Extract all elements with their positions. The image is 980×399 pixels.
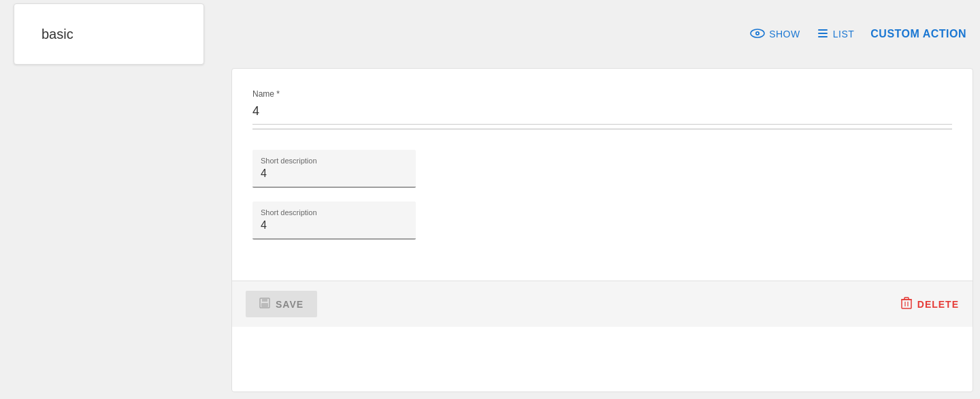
name-field-label: Name * xyxy=(252,89,952,99)
svg-rect-8 xyxy=(261,303,268,307)
list-icon xyxy=(817,29,829,40)
svg-rect-7 xyxy=(262,298,267,302)
trash-icon xyxy=(901,297,912,312)
custom-action-label: CUSTOM ACTION xyxy=(870,28,966,39)
short-desc-label-2: Short description xyxy=(261,208,408,217)
delete-label: DELETE xyxy=(917,299,959,310)
short-desc-value-1[interactable]: 4 xyxy=(261,167,408,180)
basic-label: basic xyxy=(42,27,74,42)
delete-button[interactable]: DELETE xyxy=(901,297,959,312)
basic-card: basic xyxy=(14,3,204,65)
save-label: SAVE xyxy=(276,299,304,310)
svg-point-2 xyxy=(757,32,758,33)
form-section: Name * 4 Short description 4 Short descr… xyxy=(252,82,952,267)
list-label: LIST xyxy=(833,29,855,39)
svg-rect-5 xyxy=(818,36,828,37)
name-field-wrapper: Name * 4 xyxy=(252,89,952,129)
top-bar: basic SHOW LIST CUSTO xyxy=(0,0,980,68)
svg-rect-4 xyxy=(818,33,828,34)
short-desc-label-1: Short description xyxy=(261,157,408,165)
custom-action-button[interactable]: CUSTOM ACTION xyxy=(870,28,966,40)
short-description-box-1: Short description 4 xyxy=(252,150,416,188)
svg-rect-3 xyxy=(818,29,828,31)
main-content: Name * 4 Short description 4 Short descr… xyxy=(231,68,973,392)
top-actions: SHOW LIST CUSTOM ACTION xyxy=(750,28,966,40)
list-button[interactable]: LIST xyxy=(817,29,855,40)
svg-rect-9 xyxy=(902,300,911,308)
short-description-box-2: Short description 4 xyxy=(252,202,416,240)
footer-bar: SAVE DELETE xyxy=(232,281,973,327)
show-button[interactable]: SHOW xyxy=(750,29,800,40)
show-label: SHOW xyxy=(769,29,800,39)
save-button[interactable]: SAVE xyxy=(246,291,317,317)
name-field-value[interactable]: 4 xyxy=(252,101,952,125)
floppy-icon xyxy=(259,298,270,310)
short-desc-value-2[interactable]: 4 xyxy=(261,219,408,232)
eye-icon xyxy=(750,29,765,40)
